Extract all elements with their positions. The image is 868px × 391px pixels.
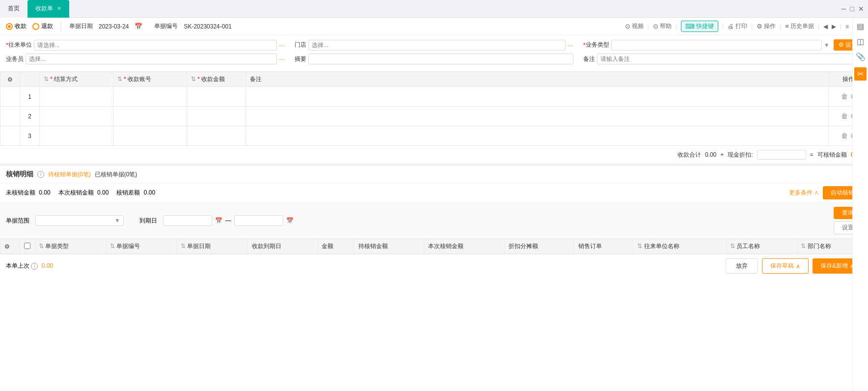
row1-amount[interactable]: [187, 87, 246, 107]
verif-type-col: ⇅ 单据类型: [35, 239, 106, 254]
row2-settle[interactable]: [40, 107, 113, 126]
radio-receipt[interactable]: 收款: [6, 22, 27, 30]
discount-input[interactable]: [757, 150, 806, 160]
pending-verify-tab[interactable]: 待核销单据(0笔): [48, 170, 91, 179]
equals-sign: =: [810, 151, 814, 158]
verif-settings-col[interactable]: ⚙: [0, 239, 20, 254]
row3-settle[interactable]: [40, 126, 113, 146]
abandon-btn[interactable]: 放弃: [726, 258, 758, 274]
salesperson-input[interactable]: [26, 54, 277, 64]
row2-delete-icon[interactable]: 🗑: [841, 112, 848, 120]
radio-refund[interactable]: 退款: [32, 22, 53, 30]
last-info-icon[interactable]: i: [31, 263, 38, 270]
video-btn[interactable]: ⊙ 视频: [625, 22, 644, 30]
biz-type-chevron[interactable]: ▼: [824, 42, 830, 49]
minimize-icon[interactable]: ─: [841, 5, 846, 13]
row2-amount[interactable]: [187, 107, 246, 126]
row2-account[interactable]: [113, 107, 187, 126]
row1-delete-icon[interactable]: 🗑: [841, 92, 848, 101]
select-all-checkbox[interactable]: [24, 243, 30, 249]
window-close-icon[interactable]: ✕: [858, 5, 864, 13]
row1-remark[interactable]: [246, 87, 829, 107]
completed-verify-tab[interactable]: 已核销单据(0笔): [95, 170, 137, 179]
pending-col-label: 待核销金额: [358, 243, 388, 250]
operation-btn[interactable]: ⚙ 操作: [757, 22, 776, 30]
help-btn[interactable]: ⊙ 帮助: [653, 22, 672, 30]
account-sort-icon[interactable]: ⇅: [117, 76, 122, 83]
more-conditions-btn[interactable]: 更多条件 ∧: [789, 189, 819, 197]
row2-remark[interactable]: [246, 107, 829, 126]
tab-active[interactable]: 收款单 ✕: [27, 0, 69, 18]
print-btn[interactable]: 🖨 打印: [728, 22, 747, 30]
form-row-1: * 往来单位 ··· 门店 ··· * 业务类型 预收款 ▼: [6, 39, 862, 51]
panel-icon-3[interactable]: 📎: [856, 52, 866, 61]
col-settings-header[interactable]: ⚙: [0, 72, 20, 87]
date-to-input[interactable]: 2022-04-12: [234, 215, 283, 226]
shortcut-btn[interactable]: ⌨ 快捷键: [681, 21, 718, 32]
date-to-icon[interactable]: 📅: [286, 217, 294, 224]
date-range: 2022-04-01 📅 — 2022-04-12 📅: [163, 215, 294, 226]
this-col-label: 本次核销金额: [428, 243, 463, 250]
calendar-icon[interactable]: 📅: [135, 23, 142, 30]
row1-num: 1: [20, 87, 40, 107]
range-select[interactable]: ▼: [35, 215, 124, 226]
note-input[interactable]: [597, 54, 862, 64]
biz-type-label: 业务类型: [586, 41, 609, 49]
tab-close-icon[interactable]: ✕: [57, 5, 61, 12]
salesperson-more-icon[interactable]: ···: [279, 55, 285, 63]
panel-icon-2[interactable]: ◫: [857, 37, 864, 46]
counterparty-more-icon[interactable]: ···: [279, 41, 285, 49]
row3-remark[interactable]: [246, 126, 829, 146]
biz-type-input[interactable]: 预收款: [611, 40, 822, 51]
more-conditions-label: 更多条件: [789, 189, 813, 196]
summary-input[interactable]: [308, 54, 573, 64]
emp-sort-icon[interactable]: ⇅: [730, 243, 735, 250]
counterparty-field: * 往来单位 ···: [6, 40, 285, 51]
row3-amount[interactable]: [187, 126, 246, 146]
pending-tab-label: 待核销单据(0笔): [48, 170, 91, 179]
amount-sort-icon[interactable]: ⇅: [191, 76, 196, 83]
row1-settle[interactable]: [40, 87, 113, 107]
maximize-icon[interactable]: □: [850, 5, 854, 13]
counterparty-input[interactable]: [34, 40, 277, 51]
row3-account[interactable]: [113, 126, 187, 146]
panel-icon-4[interactable]: ✂: [854, 67, 867, 81]
unverified-stat: 未核销金额 0.00: [6, 189, 51, 197]
shortcut-label: 快捷键: [696, 22, 714, 30]
dept-sort-icon[interactable]: ⇅: [801, 243, 806, 250]
remark-header-label: 备注: [250, 76, 262, 83]
amount-col-label: 金额: [322, 243, 333, 250]
row1-settings: [0, 87, 20, 107]
num-sort-icon[interactable]: ⇅: [110, 243, 115, 250]
tab-home[interactable]: 首页: [0, 0, 27, 18]
layout-list-icon[interactable]: ≡: [845, 23, 849, 30]
store-more-icon[interactable]: ···: [568, 41, 573, 49]
save-draft-btn[interactable]: 保存草稿 ∧: [762, 258, 809, 274]
settle-sort-icon[interactable]: ⇅: [44, 76, 49, 83]
counterparty-label: 往来单位: [8, 41, 32, 49]
row1-account[interactable]: [113, 87, 187, 107]
note-label: 备注: [583, 55, 595, 63]
cp-sort-icon[interactable]: ⇅: [637, 243, 642, 250]
store-input[interactable]: [308, 40, 566, 51]
salesperson-field: 业务员 ···: [6, 54, 285, 64]
verif-checkbox-col[interactable]: [20, 239, 35, 254]
date-from-input[interactable]: 2022-04-01: [163, 215, 212, 226]
row3-delete-icon[interactable]: 🗑: [841, 132, 848, 140]
number-label: 单据编号: [154, 22, 178, 30]
date-value: 2023-03-24: [99, 23, 129, 30]
date-sort-icon[interactable]: ⇅: [181, 243, 186, 250]
next-icon[interactable]: ▶: [832, 23, 836, 30]
print-label: 打印: [735, 22, 747, 30]
save-new-label: 保存&新增: [820, 262, 848, 270]
table-settings-icon[interactable]: ⚙: [7, 76, 13, 83]
panel-icon-1[interactable]: ▤: [857, 22, 864, 31]
this-verify-stat: 本次核销金额 0.00: [58, 189, 109, 197]
verif-info-icon[interactable]: i: [37, 171, 44, 178]
table-wrapper: ⚙ ⇅ * 结算方式 ⇅ * 收款账号: [0, 72, 868, 146]
prev-icon[interactable]: ◀: [823, 23, 828, 30]
date-from-icon[interactable]: 📅: [215, 217, 222, 224]
type-sort-icon[interactable]: ⇅: [39, 243, 44, 250]
history-btn[interactable]: ≡ 历史单据: [785, 22, 814, 30]
due-date-label: 到期日: [139, 217, 157, 225]
